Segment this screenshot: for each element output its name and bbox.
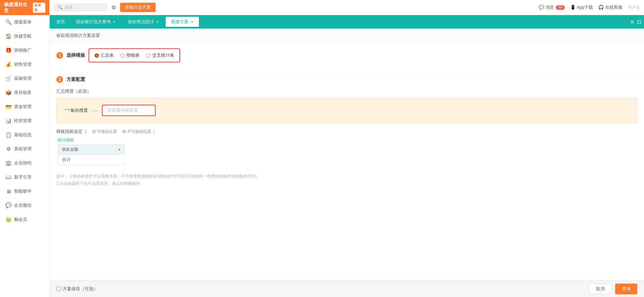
online-service[interactable]: 🎧 在线客服 [598, 4, 623, 10]
step1-section: 1 选择模板 汇总表 明细表 交叉统计表 [50, 43, 644, 73]
sidebar-item-enterprise[interactable]: 🏢 企业协同 [0, 156, 49, 170]
dimension-select[interactable]: 请选择分组维度 [102, 105, 156, 116]
sidebar-item-label: 库存核算 [14, 90, 32, 96]
metrics-dropdown-icon[interactable]: ▾ [118, 147, 120, 152]
topbar-right: 💬 消息 99+ 📱 App下载 🎧 在线客服 用户名 [539, 4, 640, 10]
template-options-box: 汇总表 明细表 交叉统计表 [89, 48, 180, 62]
tab-bank-flow-close[interactable]: ✕ [113, 20, 116, 24]
step1-title: 选择模板 [66, 52, 85, 58]
tip-1: 提示： 1.拖动标题栏可以调整布局，不可跨维度或指标区域拖动栏目字段(只能在同一… [56, 173, 637, 180]
radio-crosstab[interactable]: 交叉统计表 [146, 52, 174, 58]
sidebar-item-label: 销售管理 [14, 61, 32, 67]
sidebar-item-inventory[interactable]: 📦 库存核算 [0, 86, 49, 100]
sidebar-item-guide[interactable]: 📖 新手引导 [0, 170, 49, 184]
sidebar-item-marketing[interactable]: 🎁 营销推广 [0, 43, 49, 57]
cart-icon: 🛒 [5, 76, 11, 82]
user-name[interactable]: 用户名 [628, 5, 640, 10]
tab-home[interactable]: 首页 [52, 17, 69, 27]
box-icon: 📦 [5, 90, 11, 96]
dimension-row: * * 纵向维度 — 请选择分组维度 [65, 105, 629, 116]
trial-button[interactable]: 体验行业方案 [120, 3, 156, 12]
phone-icon: 📱 [570, 5, 576, 10]
sidebar-item-quick-nav[interactable]: 🏠 快捷导航 [0, 29, 49, 43]
sidebar-item-search-menu[interactable]: 🔍 搜索菜单 [0, 15, 49, 29]
money-icon: 💰 [5, 61, 11, 67]
radio-summary-input[interactable] [95, 53, 99, 58]
sidebar-item-sales[interactable]: 💰 销售管理 [0, 57, 49, 71]
tab-bank-flow-label: 现金银行流水查询 [76, 19, 111, 25]
topbar-search[interactable]: 🔍 搜索 [54, 3, 107, 12]
radio-crosstab-input[interactable] [146, 53, 151, 58]
metrics-table: 收款金额 ▾ 合计 [58, 144, 125, 165]
metrics-table-header: 收款金额 [62, 147, 78, 152]
tab-collection-stats-close[interactable]: ✕ [156, 20, 159, 24]
footer: 方案保存（可选） 取消 查询 [50, 280, 644, 297]
monitor-icon: 🖥 [5, 189, 11, 194]
dimension-vertical-label: * 纵向维度 [68, 108, 88, 113]
draggable-label: 可拖动位置 [97, 129, 117, 135]
book-icon: 📖 [5, 174, 11, 180]
sidebar-item-wechat[interactable]: 💬 企业微信 [0, 198, 49, 212]
radio-detail[interactable]: 明细表 [120, 52, 140, 58]
main-area: 🔍 搜索 ⚙ 体验行业方案 💬 消息 99+ 📱 App下载 🎧 在线客服 用户… [50, 0, 644, 297]
metrics-table-cell: 合计 [58, 155, 124, 165]
sidebar-item-label: 营销推广 [14, 47, 32, 53]
metrics-section: 模板指标设定（ 可拖动位置 不可拖动位置 ） 统计指标 [56, 129, 637, 166]
tip-2: 2.点击标题栏下拉可设置排序、插入列和删除列 [56, 180, 637, 188]
tab-bank-flow[interactable]: 现金银行流水查询 ✕ [70, 17, 121, 27]
sidebar-item-member[interactable]: 👑 畅会员 [0, 212, 49, 227]
non-draggable-legend: 不可拖动位置 ） [122, 129, 157, 135]
metrics-table-header-row[interactable]: 收款金额 ▾ [58, 145, 124, 155]
page-content: 收款情况统计方案设置 1 选择模板 汇总表 明细表 [50, 29, 644, 280]
radio-group: 汇总表 明细表 交叉统计表 [95, 52, 174, 58]
app-download[interactable]: 📱 App下载 [570, 4, 593, 10]
sidebar-item-system[interactable]: ⚙ 系统管理 [0, 142, 49, 156]
tab-new-plan-close[interactable]: ✕ [191, 20, 194, 24]
radio-detail-input[interactable] [120, 53, 125, 58]
gift-icon: 🎁 [5, 47, 11, 53]
search-icon: 🔍 [58, 5, 63, 10]
sidebar-item-label: 快捷导航 [14, 33, 32, 39]
sidebar-item-smart[interactable]: 🖥 智能硬件 [0, 184, 49, 198]
step2-title: 方案配置 [66, 77, 85, 83]
sidebar-item-label: 企业微信 [14, 202, 32, 208]
settings-icon[interactable]: ⚙ [111, 4, 116, 11]
tab-bar: 首页 现金银行流水查询 ✕ 收款情况统计 ✕ 新建方案 ✕ ✕ ⊡ [50, 15, 644, 29]
metrics-title: 模板指标设定（ [56, 129, 87, 135]
crown-icon: 👑 [5, 216, 11, 222]
close-window-icon[interactable]: ✕ [630, 19, 634, 25]
message-area[interactable]: 💬 消息 99+ [539, 4, 565, 10]
cancel-button[interactable]: 取消 [589, 284, 612, 294]
sidebar-item-finance[interactable]: 💳 资金管理 [0, 100, 49, 114]
logo-badge: 标准版 [33, 3, 45, 13]
home-icon: 🏠 [5, 33, 11, 39]
topbar: 🔍 搜索 ⚙ 体验行业方案 💬 消息 99+ 📱 App下载 🎧 在线客服 用户… [50, 0, 644, 15]
radio-summary-label: 汇总表 [101, 52, 114, 58]
maximize-icon[interactable]: ⊡ [637, 19, 641, 25]
sidebar-item-label: 智能硬件 [14, 188, 32, 194]
sidebar-item-operation[interactable]: 📊 经营管理 [0, 114, 49, 128]
save-option[interactable]: 方案保存（可选） [56, 286, 98, 292]
step1-number: 1 [56, 52, 63, 59]
dimension-row-label: * * 纵向维度 [65, 107, 88, 113]
save-label: 方案保存（可选） [63, 286, 98, 292]
online-service-label: 在线客服 [605, 5, 623, 10]
tab-collection-stats[interactable]: 收款情况统计 ✕ [122, 17, 164, 27]
message-label: 消息 [545, 5, 554, 10]
radio-summary[interactable]: 汇总表 [95, 52, 114, 58]
sidebar-item-label: 采购管理 [14, 76, 32, 82]
sidebar-item-label: 经营管理 [14, 118, 32, 124]
sidebar-item-basic[interactable]: 📋 基础信息 [0, 128, 49, 142]
sidebar-item-label: 系统管理 [14, 146, 32, 152]
step2-number: 2 [56, 76, 63, 83]
query-button[interactable]: 查询 [615, 284, 637, 294]
save-checkbox[interactable] [56, 287, 61, 291]
dimension-placeholder: 请选择分组维度 [107, 108, 138, 113]
tab-collection-stats-label: 收款情况统计 [128, 19, 154, 25]
tab-new-plan[interactable]: 新建方案 ✕ [166, 17, 199, 27]
sidebar-item-label: 新手引导 [14, 174, 32, 180]
metrics-table-area: 统计指标 收款金额 ▾ 合计 [58, 137, 637, 166]
stats-indicator-label: 统计指标 [58, 137, 637, 143]
sidebar-item-purchase[interactable]: 🛒 采购管理 [0, 71, 49, 86]
dimension-arrow-icon: — [92, 107, 98, 114]
